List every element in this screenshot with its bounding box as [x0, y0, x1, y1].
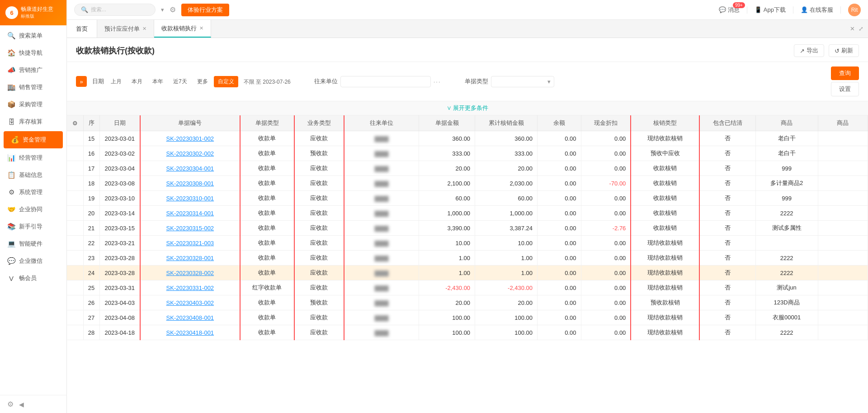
td-bill-no[interactable]: SK-20230321-003 [140, 236, 240, 251]
sales-icon: 🏬 [7, 83, 15, 91]
td-bill-no[interactable]: SK-20230331-002 [140, 280, 240, 295]
bill-type-select[interactable] [491, 76, 554, 87]
bill-no-link[interactable]: SK-20230328-001 [166, 255, 214, 261]
td-amount: 100.00 [419, 325, 475, 340]
prepay-tab-close[interactable]: ✕ [142, 26, 146, 32]
sidebar-item-marketing[interactable]: 📣 营销推广 [0, 62, 66, 79]
td-bill-no[interactable]: SK-20230328-001 [140, 251, 240, 266]
collection-tab-close[interactable]: ✕ [199, 25, 203, 31]
user-avatar[interactable]: Rit [848, 4, 861, 16]
bill-no-link[interactable]: SK-20230315-002 [166, 225, 214, 232]
gear-icon: ⚙ [72, 120, 78, 127]
sidebar-item-sales[interactable]: 🏬 销售管理 [0, 79, 66, 96]
tab-collection[interactable]: 收款核销执行 ✕ [154, 20, 211, 38]
td-bill-no[interactable]: SK-20230304-001 [140, 161, 240, 176]
td-bill-type: 红字收款单 [240, 280, 294, 295]
sidebar-item-search[interactable]: 🔍 搜索菜单 [0, 27, 66, 44]
date-btn-this-year[interactable]: 本年 [148, 76, 167, 87]
refresh-button[interactable]: ↺ 刷新 [829, 44, 859, 57]
table-row: 272023-04-08SK-20230408-001收款单应收款████100… [67, 310, 868, 325]
td-include-settled: 否 [699, 280, 755, 295]
gear-icon[interactable]: ⚙ [170, 5, 176, 14]
partner-label: 往来单位 [314, 77, 338, 85]
expand-more-bar[interactable]: ∨ 展开更多条件 [67, 101, 868, 115]
sidebar-item-hardware[interactable]: 💻 智能硬件 [0, 235, 66, 252]
bill-no-link[interactable]: SK-20230328-002 [166, 270, 214, 276]
td-partner: ████ [344, 266, 419, 280]
filter-toggle-button[interactable]: » [76, 76, 87, 87]
sidebar-item-purchase[interactable]: 📦 采购管理 [0, 96, 66, 113]
td-include-settled: 否 [699, 221, 755, 236]
bill-no-link[interactable]: SK-20230321-003 [166, 240, 214, 247]
td-bill-no[interactable]: SK-20230302-002 [140, 146, 240, 161]
export-button[interactable]: ↗ 导出 [794, 44, 824, 57]
query-button[interactable]: 查询 [831, 66, 859, 80]
date-btn-this-month[interactable]: 本月 [127, 76, 146, 87]
setting-button[interactable]: 设置 [831, 82, 859, 96]
data-table: ⚙ 序 日期 单据编号 单据类型 业务类型 往来单位 单据金额 累计核销金额 余… [67, 115, 868, 340]
app-download[interactable]: 📱 App下载 [755, 6, 786, 14]
td-partner: ████ [344, 295, 419, 310]
sidebar-item-basics[interactable]: 📋 基础信息 [0, 166, 66, 184]
bill-no-link[interactable]: SK-20230304-001 [166, 165, 214, 172]
bill-no-link[interactable]: SK-20230331-002 [166, 285, 214, 291]
tab-home[interactable]: 首页 [67, 20, 97, 38]
td-product: 测试多属性 [755, 221, 818, 236]
sidebar-item-inventory[interactable]: 🗄 库存核算 [0, 113, 66, 130]
sidebar-item-system[interactable]: ⚙ 系统管理 [0, 184, 66, 201]
td-row-num: 22 [83, 236, 99, 251]
th-gear[interactable]: ⚙ [67, 115, 83, 131]
bill-no-link[interactable]: SK-20230301-002 [166, 135, 214, 142]
close-all-icon[interactable]: ✕ [850, 25, 855, 32]
maximize-icon[interactable]: ⤢ [859, 25, 863, 32]
td-bill-no[interactable]: SK-20230418-001 [140, 325, 240, 340]
bill-no-link[interactable]: SK-20230408-001 [166, 314, 214, 321]
solution-button[interactable]: 体验行业方案 [181, 4, 229, 16]
message-badge[interactable]: 💬 消息 99+ [719, 6, 740, 14]
bill-no-link[interactable]: SK-20230302-002 [166, 150, 214, 157]
td-bill-no[interactable]: SK-20230403-002 [140, 295, 240, 310]
table-row: 252023-03-31SK-20230331-002红字收款单应收款████-… [67, 280, 868, 295]
td-bill-no[interactable]: SK-20230308-001 [140, 176, 240, 191]
td-checkbox [67, 266, 83, 280]
sidebar-item-guide[interactable]: 📚 新手引导 [0, 218, 66, 235]
topbar-search-bar[interactable]: 🔍 搜索... [74, 4, 156, 16]
date-btn-last-month[interactable]: 上月 [107, 76, 126, 87]
dropdown-arrow[interactable]: ▾ [161, 6, 164, 13]
sidebar-settings-icon[interactable]: ⚙ [7, 400, 14, 408]
tab-prepay[interactable]: 预计应应付单 ✕ [97, 20, 154, 38]
date-btn-more[interactable]: 更多 [193, 76, 212, 87]
sidebar-item-quick-nav[interactable]: 🏠 快捷导航 [0, 44, 66, 62]
bill-no-link[interactable]: SK-20230418-001 [166, 329, 214, 336]
bill-no-link[interactable]: SK-20230403-002 [166, 299, 214, 306]
page-actions: ↗ 导出 ↺ 刷新 [794, 44, 859, 57]
td-accumulated: 20.00 [475, 161, 538, 176]
bill-no-link[interactable]: SK-20230308-001 [166, 180, 214, 187]
bill-no-link[interactable]: SK-20230310-001 [166, 195, 214, 202]
td-partner: ████ [344, 310, 419, 325]
sidebar-item-operations[interactable]: 📊 经营管理 [0, 149, 66, 166]
partner-input[interactable] [340, 76, 431, 87]
date-btn-7days[interactable]: 近7天 [169, 76, 191, 87]
marketing-icon: 📣 [7, 66, 15, 74]
sidebar-item-cooperation[interactable]: 🤝 企业协同 [0, 201, 66, 218]
td-bill-no[interactable]: SK-20230301-002 [140, 131, 240, 146]
td-bill-no[interactable]: SK-20230408-001 [140, 310, 240, 325]
th-amount: 单据金额 [419, 115, 475, 131]
sidebar-item-wechat[interactable]: 💬 企业微信 [0, 252, 66, 270]
td-bill-no[interactable]: SK-20230314-001 [140, 206, 240, 221]
td-bill-no[interactable]: SK-20230315-002 [140, 221, 240, 236]
td-accumulated: 1.00 [475, 251, 538, 266]
date-btn-custom[interactable]: 自定义 [214, 76, 238, 87]
td-bill-no[interactable]: SK-20230310-001 [140, 191, 240, 206]
td-checkbox [67, 176, 83, 191]
sidebar-item-member[interactable]: V 畅会员 [0, 270, 66, 287]
more-dots[interactable]: ··· [434, 78, 441, 85]
online-service[interactable]: 👤 在线客服 [801, 6, 833, 14]
bill-no-link[interactable]: SK-20230314-001 [166, 210, 214, 217]
td-accumulated: 2,030.00 [475, 176, 538, 191]
sidebar-item-finance[interactable]: 💰 资金管理 [4, 131, 63, 148]
td-bill-no[interactable]: SK-20230328-002 [140, 266, 240, 280]
td-cancel-type: 现结收款核销 [631, 280, 699, 295]
sidebar-collapse-icon[interactable]: ◀ [19, 401, 24, 408]
